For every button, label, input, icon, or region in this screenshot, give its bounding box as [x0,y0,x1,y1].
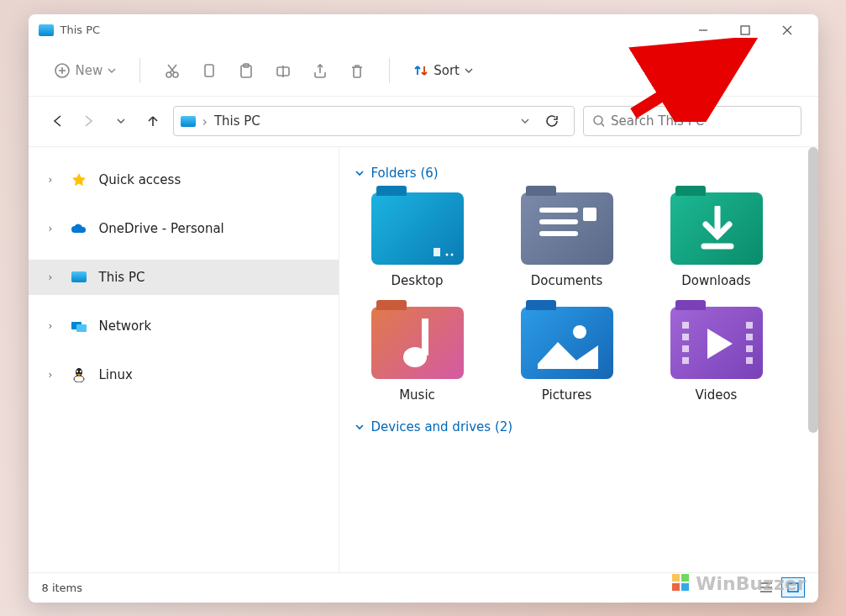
back-button[interactable] [45,109,69,133]
svg-rect-25 [434,248,440,256]
chevron-right-icon: › [49,320,59,332]
sidebar-item-network[interactable]: › Network [29,308,339,344]
forward-button[interactable] [77,109,101,133]
svg-point-26 [445,253,448,255]
pc-icon [181,116,196,127]
chevron-down-icon [355,168,365,178]
folder-label: Documents [531,273,603,288]
svg-rect-20 [76,324,87,332]
folder-label: Music [399,387,435,403]
linux-icon [71,367,87,382]
folder-label: Desktop [391,273,444,288]
folder-downloads[interactable]: Downloads [654,192,780,288]
svg-rect-38 [682,334,689,340]
svg-rect-43 [746,345,753,352]
sidebar-item-label: Linux [99,367,133,382]
folder-label: Downloads [681,273,750,288]
cloud-icon [71,223,87,234]
sidebar-item-linux[interactable]: › Linux [29,357,339,392]
star-icon [71,172,87,187]
new-label: New [76,63,103,78]
copy-button[interactable] [192,55,226,86]
toolbar-divider [389,58,390,83]
chevron-(n)one-icon [355,422,365,432]
search-icon [592,114,604,128]
sidebar-item-onedrive[interactable]: › OneDrive - Personal [29,211,339,246]
titlebar: This PC [29,14,818,46]
delete-button[interactable] [340,55,374,86]
chevron-down-icon [108,66,116,75]
chevron-right-icon: › [49,369,59,381]
toolbar: New Sort [29,46,818,97]
recent-dropdown[interactable] [109,109,133,133]
svg-rect-51 [681,574,689,582]
breadcrumb-separator: › [202,113,208,129]
svg-rect-53 [681,583,689,591]
section-folders-header[interactable]: Folders (6) [355,166,803,181]
svg-rect-1 [741,26,749,34]
share-button[interactable] [303,55,337,86]
svg-point-23 [76,370,78,372]
svg-rect-40 [682,357,689,364]
folders-grid: Desktop Documents Downloads Music Pictur… [355,192,803,403]
sidebar-item-this-pc[interactable]: › This PC [29,260,339,295]
refresh-button[interactable] [537,113,567,129]
main-panel: Folders (6) Desktop Documents Downloads [339,147,818,572]
svg-rect-50 [672,574,680,582]
section-devices-label: Devices and drives (2) [371,419,513,434]
svg-point-35 [403,347,427,367]
window-title: This PC [60,24,101,36]
search-input[interactable] [611,113,792,129]
chevron-right-icon: › [49,174,59,186]
address-dropdown[interactable] [520,116,530,126]
pc-icon [39,24,54,36]
svg-rect-11 [205,65,213,76]
sidebar-item-label: Network [99,319,152,334]
rename-button[interactable] [266,55,300,86]
svg-rect-28 [539,208,578,213]
svg-point-36 [573,325,586,339]
watermark-text: WinBuzzer [696,573,806,594]
svg-rect-39 [682,345,689,352]
network-icon [71,319,87,333]
search-box[interactable] [583,106,801,136]
folder-documents[interactable]: Documents [504,192,630,288]
folder-label: Videos [696,387,738,403]
svg-point-22 [74,376,84,382]
close-button[interactable] [766,14,808,46]
svg-rect-52 [672,583,680,591]
address-path: This PC [214,113,260,129]
svg-rect-41 [746,322,753,329]
folder-videos[interactable]: Videos [654,307,780,403]
new-button[interactable]: New [45,55,125,86]
address-bar[interactable]: › This PC [173,106,575,136]
section-folders-label: Folders (6) [371,166,439,181]
svg-rect-42 [746,334,753,340]
sidebar-item-quick-access[interactable]: › Quick access [29,162,339,197]
minimize-button[interactable] [682,14,724,46]
sort-button[interactable]: Sort [405,56,481,85]
svg-rect-44 [746,357,753,364]
section-devices-header[interactable]: Devices and drives (2) [355,419,803,434]
up-button[interactable] [141,109,165,133]
svg-point-17 [594,116,602,124]
svg-point-24 [80,370,81,372]
folder-desktop[interactable]: Desktop [355,192,481,288]
folder-music[interactable]: Music [355,307,481,403]
scrollbar[interactable] [808,147,818,433]
paste-button[interactable] [229,55,263,86]
sidebar-item-label: OneDrive - Personal [99,221,224,236]
svg-rect-31 [583,208,596,221]
svg-point-27 [450,253,453,255]
cut-button[interactable] [155,55,189,86]
nav-row: › This PC [29,97,818,147]
sidebar: › Quick access › OneDrive - Personal › T… [29,147,339,572]
maximize-button[interactable] [724,14,766,46]
folder-pictures[interactable]: Pictures [504,307,630,403]
item-count: 8 items [42,582,83,594]
chevron-right-icon: › [49,271,59,283]
svg-rect-29 [539,219,578,224]
sort-label: Sort [434,63,460,78]
toolbar-divider [139,58,140,83]
svg-line-18 [602,124,604,127]
